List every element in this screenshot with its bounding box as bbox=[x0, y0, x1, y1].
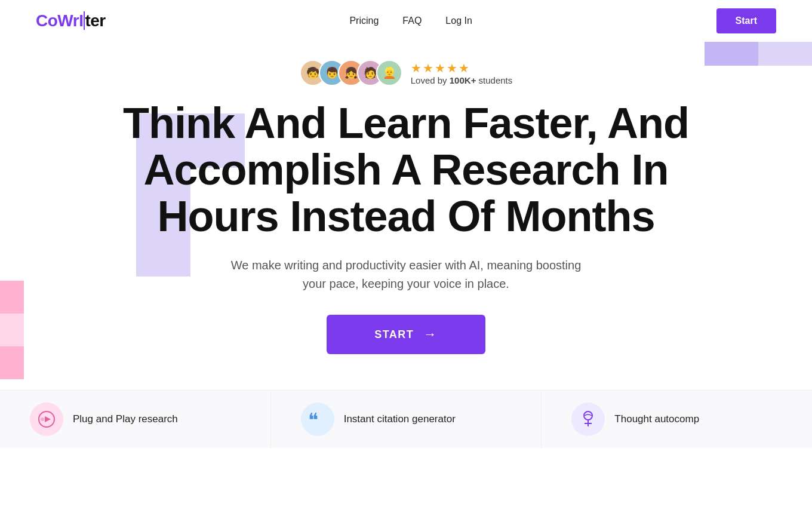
navbar: CoWrIter Pricing FAQ Log In Start bbox=[0, 0, 812, 42]
nav-login[interactable]: Log In bbox=[445, 16, 472, 26]
svg-point-2 bbox=[41, 417, 44, 421]
hero-section: 🧒 👦 👧 🧑 👱 ★★★★★ Loved by 100K+ students … bbox=[0, 42, 812, 390]
citation-label: Instant citation generator bbox=[344, 413, 456, 425]
loved-by-text: Loved by 100K+ students bbox=[411, 75, 513, 85]
plug-play-label: Plug and Play research bbox=[73, 413, 178, 425]
autocomp-icon bbox=[579, 410, 598, 429]
star-rating: ★★★★★ bbox=[411, 61, 470, 75]
citation-icon-wrap: ❝ bbox=[301, 403, 334, 436]
hero-headline: Think And Learn Faster, And Accomplish A… bbox=[107, 100, 705, 239]
autocomp-label: Thought autocomp bbox=[614, 413, 699, 425]
svg-text:❝: ❝ bbox=[308, 411, 318, 428]
social-proof: 🧒 👦 👧 🧑 👱 ★★★★★ Loved by 100K+ students bbox=[300, 60, 513, 86]
feature-autocomp: Thought autocomp bbox=[542, 391, 812, 448]
svg-marker-1 bbox=[45, 416, 51, 422]
feature-citation: ❝ Instant citation generator bbox=[271, 391, 542, 448]
feature-bar: Plug and Play research ❝ Instant citatio… bbox=[0, 390, 812, 448]
nav-start-button[interactable]: Start bbox=[716, 8, 776, 33]
feature-plug-play: Plug and Play research bbox=[0, 391, 271, 448]
citation-icon: ❝ bbox=[308, 411, 327, 428]
cta-arrow-icon: → bbox=[423, 327, 438, 342]
cta-label: START bbox=[374, 328, 414, 341]
avatar-group: 🧒 👦 👧 🧑 👱 bbox=[300, 60, 402, 86]
hero-start-button[interactable]: START → bbox=[327, 315, 485, 354]
hero-subtext: We make writing and productivity easier … bbox=[221, 256, 591, 293]
plug-play-icon-wrap bbox=[30, 403, 63, 436]
proof-text-group: ★★★★★ Loved by 100K+ students bbox=[411, 61, 513, 85]
logo[interactable]: CoWrIter bbox=[36, 11, 106, 30]
nav-links: Pricing FAQ Log In bbox=[349, 16, 472, 26]
nav-pricing[interactable]: Pricing bbox=[349, 16, 379, 26]
avatar-5: 👱 bbox=[376, 60, 402, 86]
plug-play-icon bbox=[38, 411, 55, 428]
nav-faq[interactable]: FAQ bbox=[402, 16, 422, 26]
autocomp-icon-wrap bbox=[571, 403, 605, 436]
